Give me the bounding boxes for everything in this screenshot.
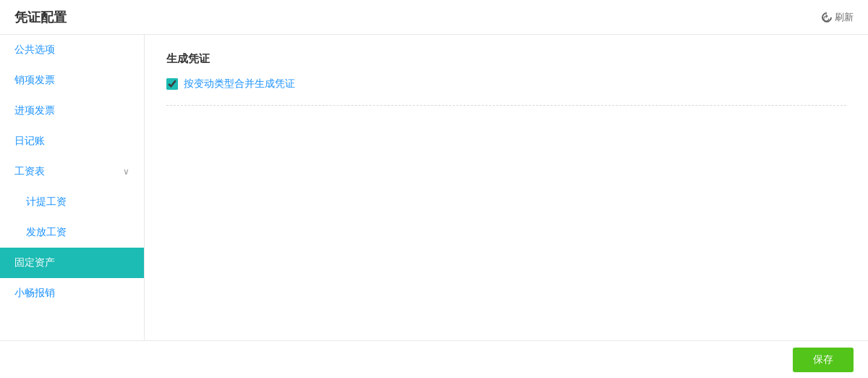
main-layout: 公共选项销项发票进项发票日记账工资表∨计提工资发放工资固定资产小畅报销 生成凭证…: [0, 35, 868, 340]
sidebar-item-purchase-invoice[interactable]: 进项发票: [0, 96, 144, 126]
sidebar-item-label: 进项发票: [14, 104, 55, 117]
section-divider: [166, 105, 846, 106]
sidebar-item-label: 固定资产: [14, 256, 55, 269]
sidebar-item-fixed-assets[interactable]: 固定资产: [0, 248, 144, 278]
page-title: 凭证配置: [14, 9, 67, 26]
sidebar-item-label: 计提工资: [26, 196, 67, 209]
sidebar-item-label: 销项发票: [14, 74, 55, 87]
refresh-label: 刷新: [835, 11, 854, 24]
content-area: 生成凭证 按变动类型合并生成凭证: [145, 35, 868, 340]
sidebar-item-label: 工资表: [14, 165, 45, 178]
refresh-button[interactable]: ↻ 刷新: [822, 11, 854, 24]
sidebar-item-payroll[interactable]: 工资表∨: [0, 156, 144, 187]
sidebar-item-pay-salary[interactable]: 发放工资: [0, 217, 144, 248]
sidebar-item-expense[interactable]: 小畅报销: [0, 278, 144, 308]
sidebar-item-journal[interactable]: 日记账: [0, 126, 144, 156]
header: 凭证配置 ↻ 刷新: [0, 0, 868, 35]
sidebar-item-public[interactable]: 公共选项: [0, 35, 144, 65]
refresh-icon: ↻: [820, 10, 834, 25]
sidebar: 公共选项销项发票进项发票日记账工资表∨计提工资发放工资固定资产小畅报销: [0, 35, 145, 340]
chevron-down-icon: ∨: [123, 167, 129, 177]
sidebar-item-label: 发放工资: [26, 226, 67, 239]
save-button[interactable]: 保存: [793, 348, 854, 372]
sidebar-item-label: 小畅报销: [14, 287, 55, 300]
merge-voucher-checkbox[interactable]: [166, 78, 178, 90]
footer: 保存: [0, 340, 868, 378]
sidebar-item-label: 日记账: [14, 135, 45, 148]
section-title: 生成凭证: [166, 52, 846, 66]
sidebar-item-label: 公共选项: [14, 43, 55, 56]
merge-voucher-label[interactable]: 按变动类型合并生成凭证: [184, 77, 295, 91]
sidebar-item-calculate-salary[interactable]: 计提工资: [0, 187, 144, 217]
sidebar-item-sales-invoice[interactable]: 销项发票: [0, 65, 144, 96]
checkbox-row: 按变动类型合并生成凭证: [166, 77, 846, 91]
